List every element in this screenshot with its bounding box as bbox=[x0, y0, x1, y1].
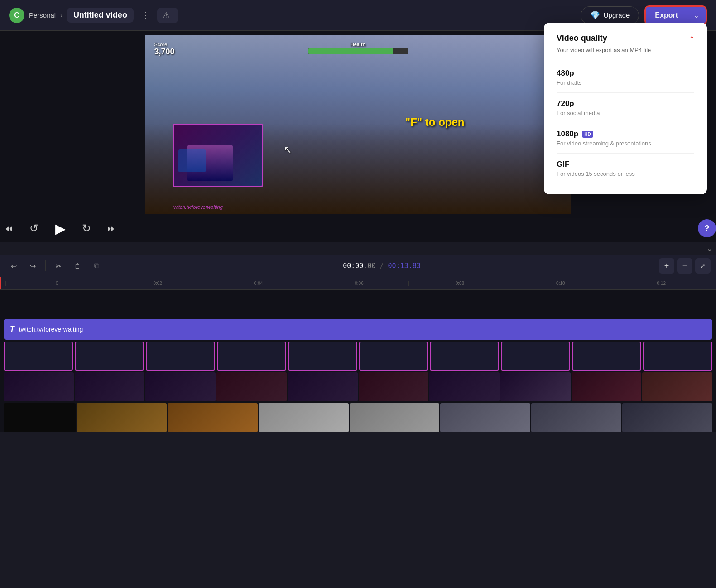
copy-button[interactable]: ⧉ bbox=[88, 258, 105, 274]
quality-item-720p[interactable]: 720p For social media bbox=[557, 93, 694, 123]
score-hud: Score 3,700 bbox=[154, 42, 175, 57]
red-arrow-indicator: ↑ bbox=[689, 32, 695, 46]
extra-thumb-2[interactable] bbox=[77, 403, 167, 432]
dropdown-subtitle: Your video will export as an MP4 file bbox=[557, 47, 694, 53]
ruler-mark-8: 0:08 bbox=[408, 281, 509, 286]
video-preview: Score 3,700 Health "F" to open bbox=[145, 35, 571, 214]
more-options-button[interactable]: ⋮ bbox=[138, 8, 153, 23]
quality-name-1080p: 1080p HD bbox=[557, 130, 694, 139]
upgrade-button[interactable]: 💎 Upgrade bbox=[581, 6, 639, 24]
quality-item-1080p[interactable]: 1080p HD For video streaming & presentat… bbox=[557, 123, 694, 154]
export-chevron-button[interactable]: ⌄ bbox=[687, 7, 706, 24]
undo-button[interactable]: ↩ bbox=[5, 258, 22, 274]
quality-name-480p: 480p bbox=[557, 69, 694, 78]
redo-button[interactable]: ↪ bbox=[24, 258, 41, 274]
playhead[interactable] bbox=[0, 277, 1, 289]
zoom-out-button[interactable]: − bbox=[677, 258, 692, 274]
upgrade-label: Upgrade bbox=[604, 11, 630, 19]
ruler-mark-12: 0:12 bbox=[610, 281, 711, 286]
clip-thumb-2[interactable] bbox=[75, 342, 144, 371]
ruler-mark-2: 0:02 bbox=[106, 281, 207, 286]
clip-thumb-4[interactable] bbox=[217, 342, 286, 371]
video-thumb-5[interactable] bbox=[288, 372, 358, 401]
playback-controls: ⏮ ↺ ▶ ↻ ⏭ ⛶ ? bbox=[0, 214, 716, 242]
health-label: Health bbox=[308, 42, 408, 47]
video-thumb-7[interactable] bbox=[429, 372, 500, 401]
video-title[interactable]: Untitled video bbox=[67, 8, 134, 23]
clip-track bbox=[4, 342, 712, 371]
skip-back-button[interactable]: ⏮ bbox=[0, 220, 17, 237]
extra-thumb-3[interactable] bbox=[168, 403, 258, 432]
cloud-save-button[interactable]: ⚠ bbox=[157, 8, 178, 23]
track-spacer bbox=[0, 290, 716, 317]
video-thumb-1[interactable] bbox=[4, 372, 74, 401]
extra-thumb-7[interactable] bbox=[531, 403, 621, 432]
hd-badge: HD bbox=[582, 131, 593, 138]
video-background: Score 3,700 Health "F" to open bbox=[145, 35, 571, 214]
timeline-right-controls: + − ⤢ bbox=[659, 258, 711, 274]
quality-name-gif: GIF bbox=[557, 160, 694, 169]
time-ms: .00 bbox=[363, 262, 375, 270]
clip-thumb-1[interactable] bbox=[4, 342, 73, 371]
video-thumb-6[interactable] bbox=[359, 372, 429, 401]
skip-forward-button[interactable]: ⏭ bbox=[103, 220, 120, 237]
ruler-mark-6: 0:06 bbox=[308, 281, 408, 286]
clip-thumb-3[interactable] bbox=[146, 342, 215, 371]
quality-item-gif[interactable]: GIF For videos 15 seconds or less bbox=[557, 154, 694, 183]
play-button[interactable]: ▶ bbox=[51, 219, 70, 238]
avatar[interactable]: C bbox=[9, 8, 24, 23]
fps-game-text: "F" to open bbox=[405, 116, 465, 129]
export-button[interactable]: Export bbox=[646, 7, 687, 24]
score-label: Score bbox=[154, 42, 175, 47]
health-fill bbox=[308, 48, 393, 54]
video-thumb-2[interactable] bbox=[75, 372, 145, 401]
time-total-ms: .83 bbox=[408, 262, 421, 270]
time-total-value: 00:13 bbox=[388, 262, 408, 270]
extra-thumb-6[interactable] bbox=[440, 403, 530, 432]
rewind-button[interactable]: ↺ bbox=[25, 220, 43, 237]
clip-thumb-5[interactable] bbox=[288, 342, 357, 371]
forward-button[interactable]: ↻ bbox=[78, 220, 95, 237]
clip-thumb-6[interactable] bbox=[359, 342, 428, 371]
twitch-overlay-text: twitch.tv/foreverwaiting bbox=[173, 204, 223, 210]
clip-thumb-8[interactable] bbox=[501, 342, 570, 371]
export-button-group: Export ⌄ bbox=[644, 5, 707, 25]
health-hud: Health bbox=[308, 42, 408, 54]
video-thumb-10[interactable] bbox=[642, 372, 712, 401]
toolbar-separator bbox=[45, 260, 46, 271]
clip-thumb-7[interactable] bbox=[430, 342, 499, 371]
ruler-mark-0: 0 bbox=[5, 281, 106, 286]
breadcrumb-arrow: › bbox=[60, 12, 62, 19]
text-track-icon: T bbox=[10, 325, 14, 333]
time-current: 00:00.00 bbox=[343, 262, 380, 270]
ruler-mark-10: 0:10 bbox=[509, 281, 610, 286]
zoom-in-button[interactable]: + bbox=[659, 258, 674, 274]
video-thumb-3[interactable] bbox=[145, 372, 216, 401]
video-thumb-4[interactable] bbox=[216, 372, 287, 401]
quality-desc-1080p: For video streaming & presentations bbox=[557, 140, 694, 147]
dropdown-title: Video quality bbox=[557, 34, 694, 43]
collapse-chevron[interactable]: ⌄ bbox=[706, 244, 712, 253]
quality-item-480p[interactable]: 480p For drafts bbox=[557, 63, 694, 93]
clip-thumb-9[interactable] bbox=[572, 342, 641, 371]
clip-thumb-10[interactable] bbox=[643, 342, 712, 371]
extra-thumb-4[interactable] bbox=[259, 403, 349, 432]
text-track[interactable]: T twitch.tv/foreverwaiting bbox=[4, 319, 712, 340]
help-button[interactable]: ? bbox=[698, 219, 716, 237]
delete-button[interactable]: 🗑 bbox=[69, 258, 86, 274]
extra-thumb-5[interactable] bbox=[350, 403, 440, 432]
ruler-mark-4: 0:04 bbox=[207, 281, 308, 286]
quality-desc-720p: For social media bbox=[557, 110, 694, 116]
time-display: 00:00.00 / 00:13.83 bbox=[107, 262, 656, 270]
video-thumb-9[interactable] bbox=[572, 372, 642, 401]
extra-thumb-8[interactable] bbox=[622, 403, 712, 432]
quality-dropdown: ↑ Video quality Your video will export a… bbox=[544, 23, 707, 194]
extra-thumb-1[interactable] bbox=[4, 403, 76, 432]
collapse-area: ⌄ bbox=[0, 242, 716, 255]
topbar-right: 💎 Upgrade Export ⌄ bbox=[581, 5, 707, 25]
cut-button[interactable]: ✂ bbox=[50, 258, 67, 274]
video-thumb-8[interactable] bbox=[500, 372, 571, 401]
avatar-letter: C bbox=[14, 11, 19, 19]
collapse-timeline-button[interactable]: ⤢ bbox=[695, 258, 711, 274]
timeline-tracks: T twitch.tv/foreverwaiting bbox=[0, 290, 716, 432]
